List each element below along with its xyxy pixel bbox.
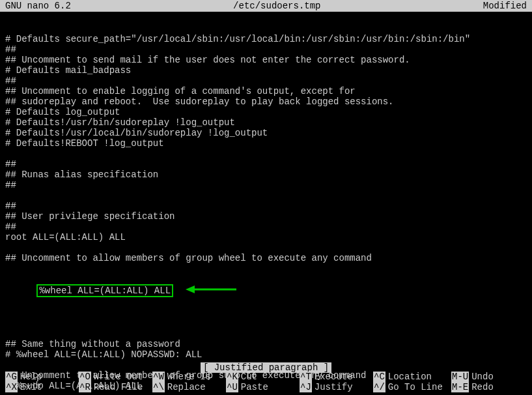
shortcut-label: Location	[388, 372, 432, 382]
editor-line: # Defaults!REBOOT !log_output	[5, 138, 527, 149]
editor-line: ##	[5, 44, 527, 55]
shortcut-where-is[interactable]: ^WWhere Is	[152, 372, 226, 382]
shortcut-label: Paste	[241, 382, 268, 392]
shortcut-replace[interactable]: ^\Replace	[152, 382, 226, 392]
shortcut-label: Justify	[315, 382, 353, 392]
editor-line: root ALL=(ALL:ALL) ALL	[5, 232, 527, 242]
shortcut-help[interactable]: ^GHelp	[5, 372, 79, 382]
editor-line	[5, 242, 527, 253]
editor-line: ## User privilege specification	[5, 211, 527, 222]
shortcut-key: ^U	[226, 382, 238, 392]
editor-line: ## Uncomment to send mail if the user do…	[5, 55, 527, 65]
shortcut-redo[interactable]: M-ERedo	[451, 382, 527, 392]
titlebar: GNU nano 6.2 /etc/sudoers.tmp Modified	[0, 0, 532, 12]
shortcut-label: Replace	[167, 382, 206, 392]
shortcut-label: Write Out	[94, 372, 143, 382]
editor-line: ##	[5, 201, 527, 211]
shortcut-key: ^J	[300, 382, 312, 392]
shortcut-execute[interactable]: ^TExecute	[300, 372, 373, 382]
editor-line: ##	[5, 222, 527, 232]
shortcut-label: Help	[20, 372, 42, 382]
shortcut-key: ^/	[373, 382, 385, 392]
svg-marker-1	[186, 285, 195, 293]
editor-line	[5, 149, 527, 159]
shortcuts-bar: ^GHelp^OWrite Out^WWhere Is^KCut^TExecut…	[0, 372, 532, 395]
arrow-annotation	[153, 274, 205, 284]
shortcut-undo[interactable]: M-UUndo	[451, 372, 527, 382]
shortcut-key: M-E	[451, 382, 469, 392]
shortcut-write-out[interactable]: ^OWrite Out	[79, 372, 152, 382]
editor-line: ##	[5, 159, 527, 169]
shortcut-key: ^C	[373, 372, 385, 382]
editor-line: # Defaults!/usr/bin/sudoreplay !log_outp…	[5, 117, 527, 128]
editor-line: # Defaults secure_path="/usr/local/sbin:…	[5, 34, 527, 44]
editor-line: ## Uncomment to enable logging of a comm…	[5, 86, 527, 96]
shortcut-read-file[interactable]: ^RRead File	[79, 382, 152, 392]
shortcut-key: M-U	[451, 372, 469, 382]
highlighted-line: %wheel ALL=(ALL:ALL) ALL	[16, 274, 173, 284]
shortcut-key: ^O	[79, 372, 91, 382]
editor-line: ## sudoreplay and reboot. Use sudoreplay…	[5, 96, 527, 107]
shortcut-key: ^K	[226, 372, 238, 382]
shortcut-justify[interactable]: ^JJustify	[300, 382, 373, 392]
editor-line: # Defaults log_output	[5, 107, 527, 117]
editor-line: # Defaults mail_badpass	[5, 65, 527, 76]
shortcut-paste[interactable]: ^UPaste	[226, 382, 300, 392]
modified-status: Modified	[483, 1, 527, 11]
shortcut-label: Read File	[94, 382, 143, 392]
editor-line: ## Uncomment to allow members of group w…	[5, 253, 527, 263]
editor-line	[5, 329, 527, 339]
editor-line: ## Same thing without a password	[5, 339, 527, 349]
editor-line: # %wheel ALL=(ALL:ALL) NOPASSWD: ALL	[5, 349, 527, 360]
shortcut-key: ^W	[152, 372, 165, 382]
shortcut-location[interactable]: ^CLocation	[373, 372, 451, 382]
shortcut-key: ^G	[5, 372, 18, 382]
shortcut-label: Execute	[315, 372, 353, 382]
shortcut-key: ^X	[5, 382, 18, 392]
shortcut-cut[interactable]: ^KCut	[226, 372, 300, 382]
app-name: GNU nano 6.2	[5, 1, 71, 11]
editor-line	[5, 190, 527, 201]
filename: /etc/sudoers.tmp	[71, 1, 483, 11]
shortcut-key: ^T	[300, 372, 312, 382]
shortcut-label: Redo	[471, 382, 494, 392]
shortcut-exit[interactable]: ^XExit	[5, 382, 79, 392]
shortcut-key: ^R	[79, 382, 91, 392]
shortcut-label: Cut	[241, 372, 257, 382]
shortcut-label: Undo	[471, 372, 494, 382]
shortcut-key: ^\	[152, 382, 165, 392]
shortcut-label: Where Is	[167, 372, 211, 382]
editor-line: ## Runas alias specification	[5, 169, 527, 180]
editor-content[interactable]: # Defaults secure_path="/usr/local/sbin:…	[0, 12, 532, 395]
shortcut-label: Go To Line	[388, 382, 443, 392]
editor-line: ##	[5, 76, 527, 86]
editor-line: ##	[5, 180, 527, 190]
shortcut-label: Exit	[20, 382, 42, 392]
shortcut-go-to-line[interactable]: ^/Go To Line	[373, 382, 451, 392]
editor-line: # Defaults!/usr/local/bin/sudoreplay !lo…	[5, 128, 527, 138]
